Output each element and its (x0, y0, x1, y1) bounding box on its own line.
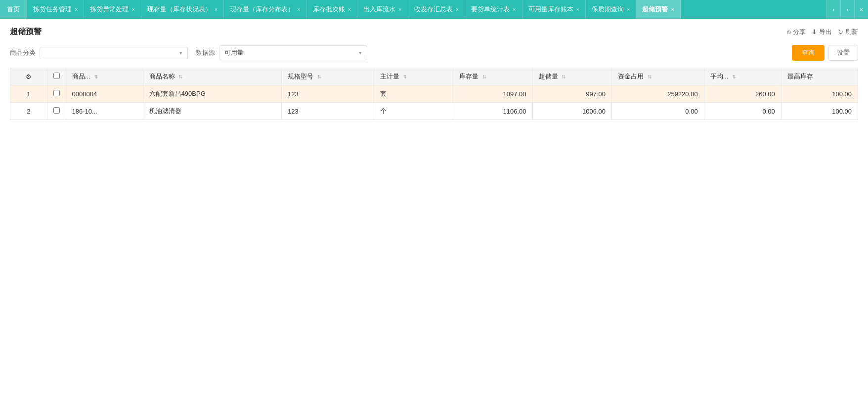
tab-10[interactable]: 保质期查询 × (586, 0, 636, 19)
row-2-unit: 个 (374, 103, 453, 120)
close-tab-5-icon[interactable]: × (348, 6, 351, 12)
product-category-filter: 商品分类 ▾ (10, 47, 188, 59)
close-tab-8-icon[interactable]: × (513, 6, 516, 12)
close-tab-1-icon[interactable]: × (75, 6, 78, 12)
close-tab-11-icon[interactable]: × (671, 6, 674, 12)
export-icon: ⬇ (812, 28, 817, 36)
col-header-product-name[interactable]: 商品名称 ⇅ (143, 68, 281, 85)
row-2-checkbox[interactable] (53, 107, 60, 114)
col-header-product-code[interactable]: 商品... ⇅ (66, 68, 143, 85)
tab-3[interactable]: 现存量（库存状况表） × (141, 0, 224, 19)
header-actions: ⎋ 分享 ⬇ 导出 ↻ 刷新 (787, 28, 858, 37)
row-2-avg: 0.00 (704, 103, 781, 120)
row-2-capital: 0.00 (612, 103, 704, 120)
col-header-stock[interactable]: 库存量 ⇅ (453, 68, 532, 85)
sort-unit-icon: ⇅ (403, 74, 407, 79)
row-2-spec: 123 (282, 103, 374, 120)
table-header: ⚙ 商品... ⇅ 商品名称 ⇅ 规格型号 ⇅ 主计量 (10, 68, 858, 85)
sort-spec-icon: ⇅ (317, 74, 321, 79)
row-1-product-name: 六配套新昌490BPG (143, 85, 281, 103)
table-row: 1 0000004 六配套新昌490BPG 123 套 1097.00 997.… (10, 85, 858, 103)
sort-product-code-icon: ⇅ (94, 74, 98, 79)
col-header-avg[interactable]: 平均... ⇅ (704, 68, 781, 85)
export-button[interactable]: ⬇ 导出 (812, 28, 832, 37)
refresh-button[interactable]: ↻ 刷新 (838, 28, 858, 37)
close-tab-7-icon[interactable]: × (456, 6, 459, 12)
filter-action-buttons: 查询 设置 (792, 45, 858, 61)
tab-11[interactable]: 超储预警 × (636, 0, 680, 19)
nav-close-button[interactable]: × (854, 0, 868, 19)
close-tab-9-icon[interactable]: × (576, 6, 579, 12)
product-category-label: 商品分类 (10, 48, 36, 57)
row-1-spec: 123 (282, 85, 374, 103)
tab-1[interactable]: 拣货任务管理 × (27, 0, 84, 19)
product-category-select[interactable]: ▾ (40, 47, 188, 59)
refresh-icon: ↻ (838, 28, 843, 36)
row-1-num: 1 (10, 85, 47, 103)
settings-icon: ⚙ (26, 73, 32, 80)
data-source-label: 数据源 (196, 48, 215, 57)
sort-over-stock-icon: ⇅ (562, 74, 565, 79)
col-header-capital[interactable]: 资金占用 ⇅ (612, 68, 704, 85)
data-source-filter: 数据源 可用量 ▾ (196, 45, 367, 60)
row-1-over-stock: 997.00 (532, 85, 611, 103)
close-tab-3-icon[interactable]: × (215, 6, 217, 12)
row-2-stock: 1106.00 (453, 103, 532, 120)
col-header-over-stock[interactable]: 超储量 ⇅ (532, 68, 611, 85)
close-tab-2-icon[interactable]: × (131, 6, 134, 12)
col-header-checkbox[interactable] (47, 68, 66, 85)
tab-7[interactable]: 收发存汇总表 × (408, 0, 465, 19)
row-1-product-code: 0000004 (66, 85, 143, 103)
row-2-product-name: 机油滤清器 (143, 103, 281, 120)
row-2-checkbox-cell[interactable] (47, 103, 66, 120)
tab-9[interactable]: 可用量库存账本 × (522, 0, 586, 19)
row-1-capital: 259220.00 (612, 85, 704, 103)
tab-8[interactable]: 要货单统计表 × (465, 0, 522, 19)
data-source-dropdown-icon: ▾ (359, 50, 362, 56)
col-header-max-stock[interactable]: 最高库存 (781, 68, 858, 85)
top-nav: 首页 拣货任务管理 × 拣货异常处理 × 现存量（库存状况表） × 现存量（库存… (0, 0, 868, 19)
nav-next-button[interactable]: › (840, 0, 854, 19)
nav-prev-button[interactable]: ‹ (826, 0, 840, 19)
header-row: ⚙ 商品... ⇅ 商品名称 ⇅ 规格型号 ⇅ 主计量 (10, 68, 858, 85)
sort-stock-icon: ⇅ (482, 74, 486, 79)
sort-product-name-icon: ⇅ (178, 74, 182, 79)
product-category-dropdown-icon: ▾ (179, 50, 182, 56)
tab-5[interactable]: 库存批次账 × (307, 0, 357, 19)
tab-4[interactable]: 现存量（库存分布表） × (224, 0, 306, 19)
col-header-spec[interactable]: 规格型号 ⇅ (282, 68, 374, 85)
select-all-checkbox[interactable] (53, 73, 60, 79)
sort-avg-icon: ⇅ (732, 74, 736, 79)
table-row: 2 186-10... 机油滤清器 123 个 1106.00 1006.00 … (10, 103, 858, 120)
row-1-max-stock: 100.00 (781, 85, 858, 103)
row-1-stock: 1097.00 (453, 85, 532, 103)
share-icon: ⎋ (787, 28, 791, 36)
row-2-max-stock: 100.00 (781, 103, 858, 120)
page-title: 超储预警 (10, 27, 42, 37)
close-tab-10-icon[interactable]: × (627, 6, 630, 12)
data-source-select[interactable]: 可用量 ▾ (219, 45, 367, 60)
row-2-product-code: 186-10... (66, 103, 143, 120)
data-table: ⚙ 商品... ⇅ 商品名称 ⇅ 规格型号 ⇅ 主计量 (10, 68, 858, 120)
nav-home[interactable]: 首页 (0, 0, 27, 19)
query-button[interactable]: 查询 (792, 45, 825, 61)
page-header: 超储预警 ⎋ 分享 ⬇ 导出 ↻ 刷新 (10, 27, 858, 37)
row-1-checkbox[interactable] (53, 90, 60, 96)
table-body: 1 0000004 六配套新昌490BPG 123 套 1097.00 997.… (10, 85, 858, 120)
share-button[interactable]: ⎋ 分享 (787, 28, 806, 37)
row-1-unit: 套 (374, 85, 453, 103)
data-source-value: 可用量 (224, 48, 359, 57)
tab-6[interactable]: 出入库流水 × (357, 0, 408, 19)
close-tab-6-icon[interactable]: × (398, 6, 401, 12)
close-tab-4-icon[interactable]: × (297, 6, 300, 12)
sort-capital-icon: ⇅ (648, 74, 651, 79)
row-2-over-stock: 1006.00 (532, 103, 611, 120)
col-header-unit[interactable]: 主计量 ⇅ (374, 68, 453, 85)
tab-2[interactable]: 拣货异常处理 × (84, 0, 141, 19)
row-1-checkbox-cell[interactable] (47, 85, 66, 103)
row-1-avg: 260.00 (704, 85, 781, 103)
row-2-num: 2 (10, 103, 47, 120)
settings-button[interactable]: 设置 (828, 45, 858, 61)
page-content: 超储预警 ⎋ 分享 ⬇ 导出 ↻ 刷新 商品分类 ▾ 数据源 (0, 19, 868, 128)
col-header-settings[interactable]: ⚙ (10, 68, 47, 85)
